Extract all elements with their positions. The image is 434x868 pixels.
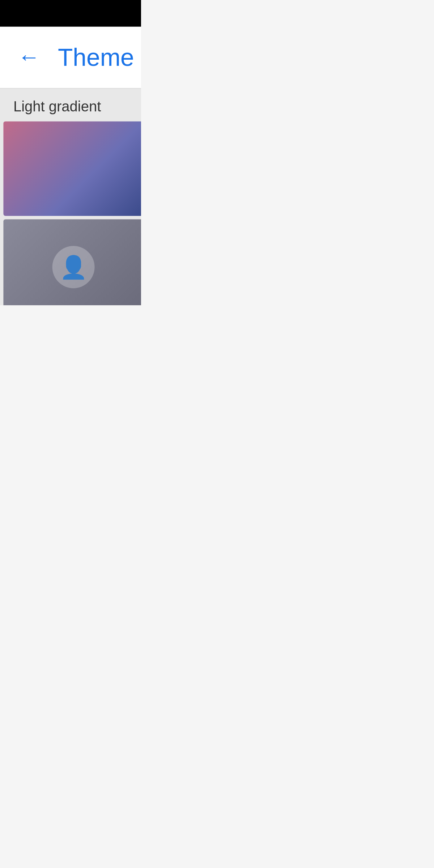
tile-bg-3: 👤 [3,219,141,305]
page-title: Theme [58,43,134,72]
theme-tile-3[interactable]: 👤 [3,219,141,305]
tile-avatar-3: 👤 [52,245,95,288]
theme-tile-0[interactable] [3,121,141,216]
avatar-icon-3: 👤 [60,253,88,280]
theme-grid: 👤 👤 👤 [0,121,141,305]
header: ← Theme [0,27,141,89]
back-button[interactable]: ← [18,44,40,70]
themes-section: Light gradient 👤 [0,89,141,305]
status-bar [0,0,141,27]
themes-section-label: Light gradient [0,89,141,121]
tile-bg-0 [3,121,141,216]
back-icon: ← [18,44,40,70]
screen: ← Theme Light gradient 👤 [0,0,141,305]
